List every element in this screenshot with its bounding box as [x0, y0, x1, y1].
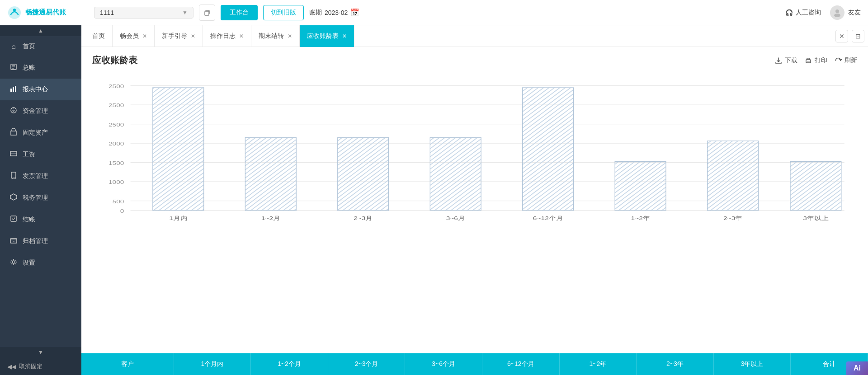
svg-point-0 — [8, 6, 21, 19]
sidebar-item-home[interactable]: ⌂ 首页 — [0, 36, 81, 57]
switch-old-button[interactable]: 切到旧版 — [263, 5, 304, 20]
svg-rect-45 — [523, 88, 574, 211]
svg-text:2500: 2500 — [108, 103, 124, 108]
chevron-down-icon: ▼ — [182, 9, 188, 16]
tab-ar-aging[interactable]: 应收账龄表 ✕ — [300, 25, 354, 47]
table-header-2-3m: 2~3个月 — [328, 353, 406, 375]
sidebar-label-ledger: 总账 — [23, 64, 35, 72]
tab-guide-close[interactable]: ✕ — [191, 33, 195, 39]
svg-text:1000: 1000 — [108, 179, 124, 185]
sidebar-label-archive: 归档管理 — [23, 237, 48, 245]
cancel-fixed-button[interactable]: ◀◀ 取消固定 — [0, 358, 81, 375]
page-title: 应收账龄表 — [92, 54, 137, 66]
workbench-button[interactable]: 工作台 — [221, 5, 258, 20]
ai-badge[interactable]: Ai — [846, 361, 868, 375]
svg-rect-37 — [153, 88, 204, 211]
copy-button[interactable] — [199, 5, 215, 21]
print-button[interactable]: 打印 — [805, 56, 827, 65]
sidebar-item-assets[interactable]: 固定资产 — [0, 122, 81, 144]
pin-icon: ◀◀ — [7, 363, 16, 370]
salary-icon — [9, 150, 18, 159]
svg-rect-14 — [10, 151, 17, 156]
user-area[interactable]: 友友 — [830, 5, 861, 20]
svg-point-1 — [13, 9, 16, 11]
tab-home-label: 首页 — [92, 32, 105, 40]
tab-vip[interactable]: 畅会员 ✕ — [113, 25, 155, 47]
refresh-icon — [835, 57, 842, 64]
print-label: 打印 — [815, 56, 827, 65]
table-header-1-2m: 1~2个月 — [251, 353, 328, 375]
svg-rect-17 — [10, 239, 17, 243]
avatar — [830, 5, 844, 20]
tab-vip-close[interactable]: ✕ — [142, 33, 147, 39]
consult-label: 人工咨询 — [796, 9, 821, 17]
invoice-icon — [9, 172, 18, 181]
logo-area: 畅捷通易代账 — [7, 5, 89, 20]
sidebar-item-salary[interactable]: 工资 — [0, 144, 81, 165]
sidebar-item-ledger[interactable]: 总账 — [0, 57, 81, 79]
sidebar-label-tax: 税务管理 — [23, 194, 48, 202]
svg-text:0: 0 — [120, 208, 124, 214]
calendar-icon[interactable]: 📅 — [350, 8, 359, 17]
tab-guide[interactable]: 新手引导 ✕ — [155, 25, 203, 47]
refresh-button[interactable]: 刷新 — [835, 56, 857, 65]
svg-text:3年以上: 3年以上 — [803, 216, 828, 221]
table-header-3-6m: 3~6个月 — [405, 353, 482, 375]
table-header-6-12m: 6~12个月 — [482, 353, 560, 375]
svg-rect-19 — [806, 60, 811, 63]
period-value: 2023-02 — [325, 9, 348, 16]
sidebar-item-archive[interactable]: 归档管理 — [0, 230, 81, 252]
svg-rect-39 — [245, 137, 296, 211]
archive-icon — [9, 237, 18, 246]
tab-oplog-close[interactable]: ✕ — [239, 33, 244, 39]
tab-ar-aging-close[interactable]: ✕ — [342, 33, 347, 39]
download-icon — [775, 57, 782, 64]
table-header-3y-plus: 3年以上 — [714, 353, 791, 375]
home-icon: ⌂ — [9, 42, 18, 51]
company-selector[interactable]: 1111 ▼ — [94, 7, 193, 19]
download-label: 下载 — [785, 56, 797, 65]
sidebar-item-funds[interactable]: 资金管理 — [0, 100, 81, 122]
close-all-tabs-button[interactable]: ✕ — [835, 30, 848, 42]
sidebar-bottom: ▼ ◀◀ 取消固定 — [0, 347, 81, 375]
sidebar-scroll-up[interactable]: ▲ — [0, 25, 81, 36]
tab-oplog[interactable]: 操作日志 ✕ — [203, 25, 251, 47]
svg-rect-43 — [430, 137, 481, 211]
table-header-2-3y: 2~3年 — [637, 353, 714, 375]
main-layout: ▲ ⌂ 首页 总账 报表中心 资金管理 固定资产 — [0, 25, 868, 375]
tab-guide-label: 新手引导 — [162, 32, 187, 40]
svg-text:500: 500 — [113, 199, 124, 205]
sidebar-item-reports[interactable]: 报表中心 — [0, 79, 81, 100]
sidebar-item-invoice[interactable]: 发票管理 — [0, 165, 81, 187]
page-header: 应收账龄表 下载 打印 刷新 — [81, 47, 868, 72]
sidebar-item-tax[interactable]: 税务管理 — [0, 187, 81, 209]
svg-text:6~12个月: 6~12个月 — [533, 216, 563, 221]
tab-period-end-close[interactable]: ✕ — [288, 33, 292, 39]
svg-rect-2 — [205, 11, 209, 15]
sidebar-label-funds: 资金管理 — [23, 107, 48, 115]
table-header: 客户 1个月内 1~2个月 2~3个月 3~6个月 6~12个月 1~2年 2~… — [81, 353, 868, 375]
tab-controls: ✕ ⊡ — [835, 30, 864, 42]
svg-text:2~3月: 2~3月 — [354, 216, 373, 221]
sidebar-item-settings[interactable]: 设置 — [0, 252, 81, 274]
tab-period-end[interactable]: 期末结转 ✕ — [251, 25, 300, 47]
sidebar-item-checkout[interactable]: 结账 — [0, 209, 81, 230]
svg-text:1月内: 1月内 — [169, 216, 187, 221]
settings-icon — [9, 258, 18, 267]
sidebar-label-reports: 报表中心 — [23, 85, 48, 94]
period-label: 账期 — [309, 9, 322, 17]
consult-area[interactable]: 🎧 人工咨询 — [785, 9, 821, 17]
svg-rect-13 — [11, 131, 16, 135]
svg-rect-10 — [13, 87, 14, 92]
company-name: 1111 — [100, 9, 179, 16]
svg-point-4 — [834, 14, 840, 17]
reports-icon — [9, 85, 18, 94]
sidebar-scroll-down[interactable]: ▼ — [0, 347, 81, 358]
refresh-label: 刷新 — [844, 56, 857, 65]
download-button[interactable]: 下载 — [775, 56, 797, 65]
svg-text:1500: 1500 — [108, 160, 124, 166]
funds-icon — [9, 107, 18, 116]
expand-tabs-button[interactable]: ⊡ — [852, 30, 864, 42]
tab-home[interactable]: 首页 — [85, 25, 113, 47]
print-icon — [805, 57, 812, 64]
